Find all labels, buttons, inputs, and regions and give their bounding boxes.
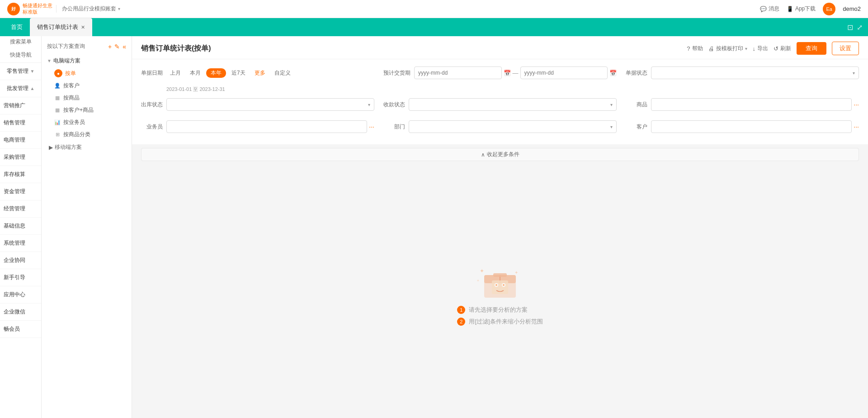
scheme-item-by-order[interactable]: ● 按单 <box>42 67 132 80</box>
department-select[interactable]: ▾ <box>409 120 617 133</box>
more-options-icon[interactable]: ··· <box>854 123 859 130</box>
product-input[interactable] <box>651 98 852 111</box>
scheme-item-by-product[interactable]: ▦ 按商品 <box>42 92 132 104</box>
close-icon[interactable]: ✕ <box>81 24 85 30</box>
sidebar-item-wechat[interactable]: 企业微信 <box>0 304 41 321</box>
order-status-select[interactable]: ▾ <box>651 66 859 79</box>
delivery-date-end-input[interactable] <box>520 66 608 79</box>
collapse-more-conditions-button[interactable]: ∧ 收起更多条件 <box>141 148 859 161</box>
maximize-icon[interactable]: ⤢ <box>857 23 863 32</box>
main-panel: 销售订单统计表(按单) ? 帮助 🖨 按模板打印 ▾ ↓ 导出 <box>132 36 868 418</box>
logo-icon: 好 <box>7 3 20 15</box>
delivery-date-content: 📅 — 📅 <box>414 66 617 79</box>
empty-tips: 1 请先选择要分析的方案 2 用[过滤]条件来缩小分析范围 <box>457 306 542 326</box>
minimize-icon[interactable]: ⊡ <box>847 23 853 32</box>
empty-tip-2: 2 用[过滤]条件来缩小分析范围 <box>457 318 542 326</box>
payment-status-select[interactable]: ▾ <box>409 98 617 111</box>
sidebar: 搜索菜单 快捷导航 零售管理 ▼ 批发管理 ▲ 营销推广 销售管理 电商管理 采… <box>0 36 42 418</box>
box-icon: ▦ <box>54 95 61 101</box>
product-content: ··· <box>651 98 859 111</box>
sidebar-item-purchase[interactable]: 采购管理 <box>0 149 41 166</box>
grid-icon: ⊞ <box>54 132 61 138</box>
scheme-item-by-category[interactable]: ⊞ 按商品分类 <box>42 128 132 141</box>
app-download-button[interactable]: 📱 App下载 <box>787 5 816 13</box>
print-icon: 🖨 <box>708 45 714 52</box>
chevron-up-icon: ▲ <box>30 86 35 91</box>
sidebar-item-wholesale[interactable]: 批发管理 ▲ <box>0 80 41 97</box>
sidebar-item-operations[interactable]: 经营管理 <box>0 200 41 218</box>
svg-rect-3 <box>493 273 507 277</box>
more-options-icon[interactable]: ··· <box>854 101 859 108</box>
page-header: 销售订单统计表(按单) ? 帮助 🖨 按模板打印 ▾ ↓ 导出 <box>132 36 868 59</box>
scheme-item-by-salesperson[interactable]: 📊 按业务员 <box>42 116 132 128</box>
export-button[interactable]: ↓ 导出 <box>753 45 769 52</box>
filter-row-3: 业务员 ··· 部门 ▾ <box>141 118 859 140</box>
sidebar-item-marketing[interactable]: 营销推广 <box>0 97 41 114</box>
top-bar: 好 畅捷通好生意 标准版 办公用品行业模拟账套 ▾ 💬 消息 📱 App下载 E… <box>0 0 868 18</box>
scheme-group-mobile-header[interactable]: ▶ 移动端方案 <box>42 142 132 153</box>
salesperson-input[interactable] <box>166 120 367 133</box>
collapse-scheme-button[interactable]: « <box>123 43 126 50</box>
sidebar-item-sales[interactable]: 销售管理 <box>0 114 41 132</box>
this-month-btn[interactable]: 本月 <box>186 68 204 78</box>
sidebar-item-basic[interactable]: 基础信息 <box>0 218 41 235</box>
shipment-status-select[interactable]: ▾ <box>166 98 374 111</box>
person-icon: 👤 <box>54 83 61 89</box>
sidebar-item-inventory[interactable]: 库存核算 <box>0 166 41 183</box>
svg-text:✦: ✦ <box>514 270 518 275</box>
sidebar-item-enterprise[interactable]: 企业协同 <box>0 252 41 269</box>
sidebar-item-app-center[interactable]: 应用中心 <box>0 286 41 304</box>
sidebar-item-member[interactable]: 畅会员 <box>0 321 41 338</box>
scheme-panel: 按以下方案查询 + ✎ « ▼ 电脑端方案 ● 按单 👤 <box>42 36 132 418</box>
scheme-item-by-customer[interactable]: 👤 按客户 <box>42 80 132 92</box>
delivery-date-start-input[interactable] <box>414 66 502 79</box>
this-year-btn[interactable]: 本年 <box>206 68 226 78</box>
sidebar-item-finance[interactable]: 资金管理 <box>0 183 41 200</box>
sidebar-item-ecommerce[interactable]: 电商管理 <box>0 132 41 149</box>
more-options-icon[interactable]: ··· <box>369 123 374 130</box>
payment-status-filter: 收款状态 ▾ <box>383 95 617 114</box>
tab-sales-order[interactable]: 销售订单统计表 ✕ <box>30 18 92 36</box>
scheme-panel-header: 按以下方案查询 + ✎ « <box>42 40 132 53</box>
refresh-button[interactable]: ↺ 刷新 <box>774 45 791 52</box>
edit-scheme-button[interactable]: ✎ <box>114 43 120 50</box>
tab-home[interactable]: 首页 <box>4 18 30 36</box>
salesperson-content: ··· <box>166 120 374 133</box>
payment-status-content: ▾ <box>409 98 617 111</box>
customer-filter: 客户 ··· <box>626 118 859 136</box>
add-scheme-button[interactable]: + <box>108 43 112 50</box>
date-range-display: 2023-01-01 至 2023-12-31 <box>141 86 859 95</box>
main-layout: 搜索菜单 快捷导航 零售管理 ▼ 批发管理 ▲ 营销推广 销售管理 电商管理 采… <box>0 36 868 418</box>
sidebar-item-shortcut[interactable]: 快捷导航 <box>0 48 41 63</box>
chevron-down-icon: ▼ <box>47 58 52 63</box>
last-7-days-btn[interactable]: 近7天 <box>228 68 249 78</box>
scheme-group-pc: ▼ 电脑端方案 ● 按单 👤 按客户 ▦ 按商品 ▦ 按客户+商品 <box>42 55 132 141</box>
sidebar-item-retail[interactable]: 零售管理 ▼ <box>0 63 41 80</box>
customer-input[interactable] <box>651 120 852 133</box>
scheme-group-pc-header[interactable]: ▼ 电脑端方案 <box>42 55 132 67</box>
customer-label: 客户 <box>626 123 651 131</box>
sidebar-item-system[interactable]: 系统管理 <box>0 235 41 252</box>
shipment-status-label: 出库状态 <box>141 101 166 109</box>
template-print-button[interactable]: 🖨 按模板打印 ▾ <box>708 45 747 52</box>
avatar[interactable]: Ea <box>823 3 835 15</box>
custom-date-btn[interactable]: 自定义 <box>271 68 294 78</box>
search-button[interactable]: 查询 <box>797 42 826 55</box>
scheme-item-by-customer-product[interactable]: ▦ 按客户+商品 <box>42 104 132 116</box>
more-dates-btn[interactable]: 更多 <box>251 68 269 78</box>
app-selector[interactable]: 办公用品行业模拟账套 ▾ <box>56 5 120 13</box>
salesperson-filter: 业务员 ··· <box>141 118 374 136</box>
chevron-down-icon: ▾ <box>368 102 370 107</box>
message-button[interactable]: 💬 消息 <box>760 5 779 13</box>
sidebar-item-guide[interactable]: 新手引导 <box>0 269 41 286</box>
search-menu-button[interactable]: 搜索菜单 <box>0 36 41 48</box>
svg-point-7 <box>495 284 497 286</box>
app-download-icon: 📱 <box>787 6 793 12</box>
help-button[interactable]: ? 帮助 <box>687 45 703 52</box>
last-month-btn[interactable]: 上月 <box>166 68 184 78</box>
date-filter-group: 单据日期 上月 本月 本年 近7天 更多 自定义 <box>141 64 374 82</box>
tab-bar-right: ⊡ ⤢ <box>847 23 868 32</box>
empty-state: ✦ ✦ ✦ 1 请先选择要分析的方案 2 用[过滤]条件来缩小分析范围 <box>132 165 868 418</box>
settings-button[interactable]: 设置 <box>832 42 859 55</box>
customer-content: ··· <box>651 120 859 133</box>
